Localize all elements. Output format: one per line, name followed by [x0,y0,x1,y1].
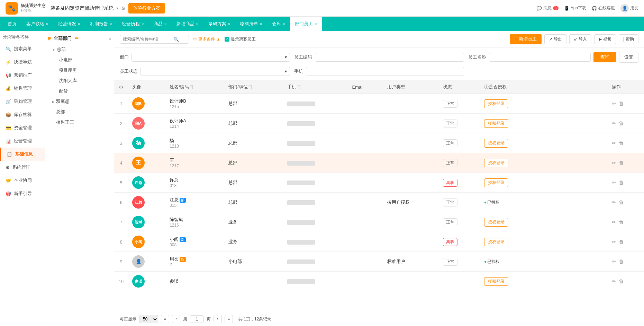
dept-collapse-btn[interactable]: « [109,36,111,41]
dept-item-zongbu2[interactable]: 总部 [48,107,111,117]
delete-icon[interactable]: 🗑 [619,200,624,205]
tab-close-warehouse[interactable]: ✕ [282,22,285,26]
tab-barcode[interactable]: 条码方案 ✕ [203,17,235,31]
sidebar-item-nav[interactable]: ⚡ 快捷导航 [0,55,45,69]
edit-icon[interactable]: ✏ [612,101,616,106]
sidebar-item-collab[interactable]: 🤝 企业协同 [0,174,45,187]
user-btn[interactable]: 👤 用友 [620,4,638,12]
tab-operations[interactable]: 经营情况 ✕ [53,17,85,31]
sidebar-item-operations[interactable]: 📊 经营管理 [0,134,45,148]
first-page-btn[interactable]: « [161,315,169,323]
tab-home[interactable]: 首页 [3,17,21,31]
dept-item-shenyang[interactable]: 沈阳大库 [56,76,111,86]
empcode-input[interactable] [315,53,464,62]
search-icon[interactable]: 🔍 [173,37,179,42]
tab-history[interactable]: 经营历程 ✕ [117,17,149,31]
import-button[interactable]: ↙ 导入 [569,34,591,44]
dept-edit-icon[interactable]: ✏ [75,36,79,41]
edit-icon[interactable]: ✏ [612,140,616,146]
auth-login-btn[interactable]: 授权登录 [484,178,508,187]
auth-login-btn[interactable]: 授权登录 [484,139,508,148]
sidebar-item-marketing[interactable]: 📢 营销推广 [0,69,45,82]
empname-input[interactable] [489,53,591,62]
sidebar-item-system[interactable]: ⚙ 系统管理 [0,161,45,174]
tab-close-operations[interactable]: ✕ [78,22,80,26]
delete-icon[interactable]: 🗑 [619,101,624,106]
tab-close-profit[interactable]: ✕ [109,22,112,26]
col-name[interactable]: 姓名/编码 ⇅ [165,80,224,94]
delete-icon[interactable]: 🗑 [619,259,624,264]
sidebar-item-guide[interactable]: 🎯 新手引导 [0,187,45,200]
query-button[interactable]: 查询 [593,52,616,62]
status-select[interactable]: ▾ [140,67,290,76]
auth-login-btn[interactable]: 授权登录 [484,159,508,167]
more-filter-btn[interactable]: ⚙ 更多条件 ▲ [193,36,220,42]
tab-close-new-goods[interactable]: ✕ [196,22,199,26]
sidebar-item-basic[interactable]: 📋 基础信息 [0,148,45,161]
help-button[interactable]: | 帮助 [619,34,638,44]
show-resigned-toggle[interactable]: ✓ 显示离职员工 [225,36,256,42]
dept-item-xiaodian[interactable]: 小电部 [56,55,111,65]
dept-item-shuangting[interactable]: ▶ 双庭想 [48,96,111,107]
reset-button[interactable]: 设置 [619,52,638,63]
tab-profit[interactable]: 利润报告 ✕ [85,17,117,31]
app-download-btn[interactable]: 📱 App下载 [564,5,586,11]
tab-bom[interactable]: 物料清单 ✕ [235,17,267,31]
tab-close-goods[interactable]: ✕ [164,22,167,26]
tab-close-customer[interactable]: ✕ [46,22,48,26]
col-phone[interactable]: 手机 ⇅ [283,80,348,94]
next-page-btn[interactable]: › [214,315,222,323]
auth-login-btn[interactable]: 授权登录 [484,238,508,246]
edit-icon[interactable]: ✏ [612,121,616,126]
sidebar-item-inventory[interactable]: 📦 库存核算 [0,108,45,121]
delete-icon[interactable]: 🗑 [619,140,624,146]
tab-close-department[interactable]: ✕ [314,22,317,26]
phone-input[interactable] [306,67,464,76]
tab-new-goods[interactable]: 新增商品 ✕ [172,17,203,31]
search-input[interactable] [123,37,171,42]
sidebar-item-purchase[interactable]: 🛒 采购管理 [0,95,45,108]
delete-icon[interactable]: 🗑 [619,160,624,166]
dept-item-zongbu-root[interactable]: ▼ 总部 [48,44,111,55]
edit-icon[interactable]: ✏ [612,219,616,225]
sidebar-item-search[interactable]: 🔍 搜索菜单 [0,42,45,55]
delete-icon[interactable]: 🗑 [619,219,624,225]
online-service-btn[interactable]: 🎧 在线客服 [592,5,615,11]
dept-item-zhishu[interactable]: 植树王三 [48,117,111,127]
prev-page-btn[interactable]: ‹ [172,315,180,323]
tab-department[interactable]: 部门员工 ✕ [290,17,322,31]
edit-icon[interactable]: ✏ [612,279,616,284]
export-button[interactable]: ↗ 导出 [544,34,566,44]
tab-close-barcode[interactable]: ✕ [228,22,230,26]
dept-item-project[interactable]: 项目库房 [56,65,111,76]
edit-icon[interactable]: ✏ [612,259,616,264]
delete-icon[interactable]: 🗑 [619,279,624,284]
col-dept[interactable]: 部门/职位 ⇅ [224,80,283,94]
message-btn[interactable]: 💬 消息 5 [537,5,559,11]
current-page-input[interactable] [190,315,204,323]
page-size-select[interactable]: 50 20 100 [139,315,158,323]
gear-settings[interactable]: ⚙ [121,6,126,11]
auth-login-btn[interactable]: 授权登录 [484,218,508,227]
edit-icon[interactable]: ✏ [612,239,616,245]
auth-login-btn[interactable]: 授权登录 [484,99,508,108]
delete-icon[interactable]: 🗑 [619,239,624,245]
last-page-btn[interactable]: » [225,315,233,323]
tab-close-bom[interactable]: ✕ [260,22,262,26]
edit-icon[interactable]: ✏ [612,180,616,185]
delete-icon[interactable]: 🗑 [619,180,624,185]
sidebar-item-sales[interactable]: 💰 销售管理 [0,82,45,95]
auth-login-btn[interactable]: 授权登录 [484,277,508,286]
dept-select[interactable]: ▾ [131,53,290,62]
tab-close-history[interactable]: ✕ [141,22,144,26]
edit-icon[interactable]: ✏ [612,200,616,205]
dept-item-peihuo[interactable]: 配货 [56,86,111,96]
view-button[interactable]: ▶ 视频 [594,34,616,44]
add-employee-button[interactable]: + 新增员工 [510,34,542,44]
tab-goods[interactable]: 商品 ✕ [149,17,172,31]
dropdown-arrow[interactable]: ▾ [116,6,118,11]
trial-button[interactable]: 体验行业方案 [128,3,165,14]
sidebar-item-finance[interactable]: 💳 资金管理 [0,121,45,134]
delete-icon[interactable]: 🗑 [619,121,624,126]
auth-login-btn[interactable]: 授权登录 [484,119,508,128]
